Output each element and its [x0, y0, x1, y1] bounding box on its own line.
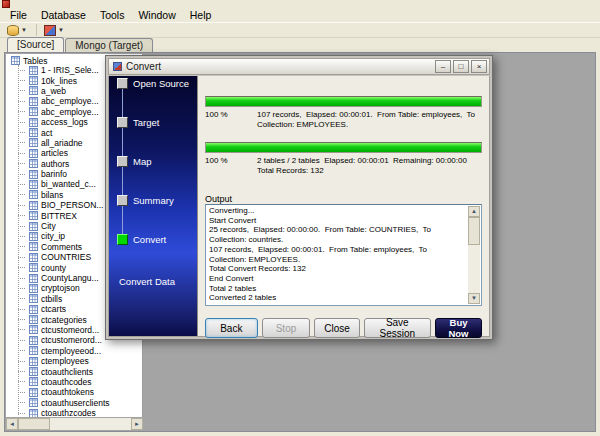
tree-item-label: articles [41, 148, 68, 158]
wizard-step: Target [117, 116, 197, 128]
table-icon [29, 232, 38, 241]
scroll-right-arrow-icon[interactable]: ► [131, 418, 143, 430]
tree-item-label: 1 - IRIS_Sele... [41, 65, 99, 75]
tree-item-label: ctemployeeod... [41, 346, 101, 356]
tab[interactable]: Mongo (Target) [65, 38, 153, 52]
tab[interactable]: [Source] [7, 37, 64, 52]
progress-fill [206, 97, 481, 106]
maximize-icon[interactable]: □ [453, 60, 469, 73]
step-label: Open Source [133, 78, 189, 89]
convert-toolbar-button[interactable]: ▼ [42, 23, 68, 38]
table-icon [29, 336, 38, 345]
tree-item-label: abc_employe... [41, 107, 99, 117]
tree-item-label: ctoauthcodes [41, 377, 92, 387]
step-square-icon [117, 234, 128, 245]
step-square-icon [117, 156, 128, 167]
output-vertical-scrollbar[interactable]: ▲ ▼ [468, 206, 480, 304]
tree-item-label: 10k_lines [41, 76, 77, 86]
wizard-step: Map [117, 155, 197, 167]
tree-item[interactable]: ctemployeeod... [6, 346, 142, 356]
scroll-left-arrow-icon[interactable]: ◄ [6, 418, 18, 430]
tree-item-label: abc_employe... [41, 96, 99, 106]
table-icon [29, 159, 38, 168]
back-button[interactable]: Back [205, 318, 258, 338]
output-line: Start Convert [209, 216, 466, 226]
buy-now-button[interactable]: Buy Now [435, 318, 482, 338]
tree-item-label: ctoauthtokens [41, 387, 94, 397]
menu-item[interactable]: Tools [93, 8, 132, 22]
dialog-titlebar[interactable]: Convert – □ × [108, 58, 490, 75]
stop-button[interactable]: Stop [262, 318, 311, 338]
menu-item[interactable]: Database [34, 8, 93, 22]
tree-item-label: Comments [41, 242, 82, 252]
menu-item[interactable]: Window [131, 8, 182, 22]
output-box[interactable]: Converting...Start Convert25 records, El… [205, 204, 482, 306]
table-icon [29, 357, 38, 366]
progress-status-text: 107 records, Elapsed: 00:00:01. From Tab… [257, 110, 482, 129]
menu-item[interactable]: Help [183, 8, 219, 22]
output-line: End Convert [209, 274, 466, 284]
app-window: FileDatabaseToolsWindowHelp ▼ ▼ [Source]… [0, 0, 600, 436]
table-icon [29, 201, 38, 210]
tree-item[interactable]: ctoauthtokens [6, 387, 142, 397]
menu-item[interactable]: File [3, 8, 34, 22]
total-progress-bar [205, 142, 482, 153]
step-label: Target [133, 117, 159, 128]
tree-item-label: ctoauthzcodes [41, 408, 96, 417]
tree-item-label: bilans [41, 190, 63, 200]
tree-item[interactable]: ctoauthcodes [6, 377, 142, 387]
tree-item[interactable]: ctoauthuserclients [6, 398, 142, 408]
table-icon [29, 294, 38, 303]
dialog-body: Open Source Target Map [108, 76, 490, 337]
tree-item[interactable]: ctoauthzcodes [6, 408, 142, 417]
window-titlebar [0, 0, 600, 7]
tree-item[interactable]: ctoauthclients [6, 366, 142, 376]
tree-item[interactable]: ctemployees [6, 356, 142, 366]
wizard-steps: Open Source Target Map [117, 77, 197, 272]
close-button[interactable]: Close [314, 318, 359, 338]
table-icon [29, 242, 38, 251]
output-line: Converted 2 tables [209, 293, 466, 303]
wizard-content: 100 % 107 records, Elapsed: 00:00:01. Fr… [197, 76, 489, 336]
open-source-toolbar-button[interactable]: ▼ [5, 23, 31, 38]
toolbar-separator [36, 24, 37, 36]
table-icon [29, 325, 38, 334]
table-icon [29, 149, 38, 158]
dialog-title: Convert [126, 61, 161, 72]
table-icon [29, 377, 38, 386]
save-session-button[interactable]: Save Session [364, 318, 431, 338]
tree-item-label: COUNTRIES [41, 252, 91, 262]
tree-item-label: a_web [41, 86, 66, 96]
table-icon [29, 274, 38, 283]
table-icon [29, 86, 38, 95]
tree-item-label: all_ariadne [41, 138, 83, 148]
dropdown-arrow-icon[interactable]: ▼ [56, 27, 66, 33]
table-icon [29, 315, 38, 324]
dropdown-arrow-icon[interactable]: ▼ [19, 27, 29, 33]
scrollbar-thumb[interactable] [18, 418, 50, 430]
dialog-button-row: Back Stop Close Save Session Buy Now [205, 318, 482, 338]
scrollbar-thumb[interactable] [468, 217, 480, 245]
table-icon [29, 118, 38, 127]
scroll-down-arrow-icon[interactable]: ▼ [468, 293, 480, 304]
tree-item-label: ctoauthclients [41, 367, 93, 377]
close-icon[interactable]: × [471, 60, 487, 73]
table-progress-status: 100 % 107 records, Elapsed: 00:00:01. Fr… [205, 110, 482, 129]
convert-data-label: Convert Data [119, 276, 175, 287]
table-icon [29, 409, 38, 417]
tree-horizontal-scrollbar[interactable]: ◄ ► [6, 418, 143, 430]
table-icon [29, 138, 38, 147]
progress-percent: 100 % [205, 110, 257, 129]
wizard-sidebar: Open Source Target Map [109, 76, 197, 336]
output-line: Converting... [209, 206, 466, 216]
total-progress-status: 100 % 2 tables / 2 tables Elapsed: 00:00… [205, 156, 482, 175]
convert-dialog: Convert – □ × Open Source [105, 55, 493, 340]
tree-item-label: city_ip [41, 231, 65, 241]
step-square-icon [117, 195, 128, 206]
step-square-icon [117, 117, 128, 128]
tree-item-label: ctbills [41, 294, 62, 304]
scroll-up-arrow-icon[interactable]: ▲ [468, 206, 480, 217]
table-icon [29, 388, 38, 397]
table-icon [29, 128, 38, 137]
minimize-icon[interactable]: – [435, 60, 451, 73]
